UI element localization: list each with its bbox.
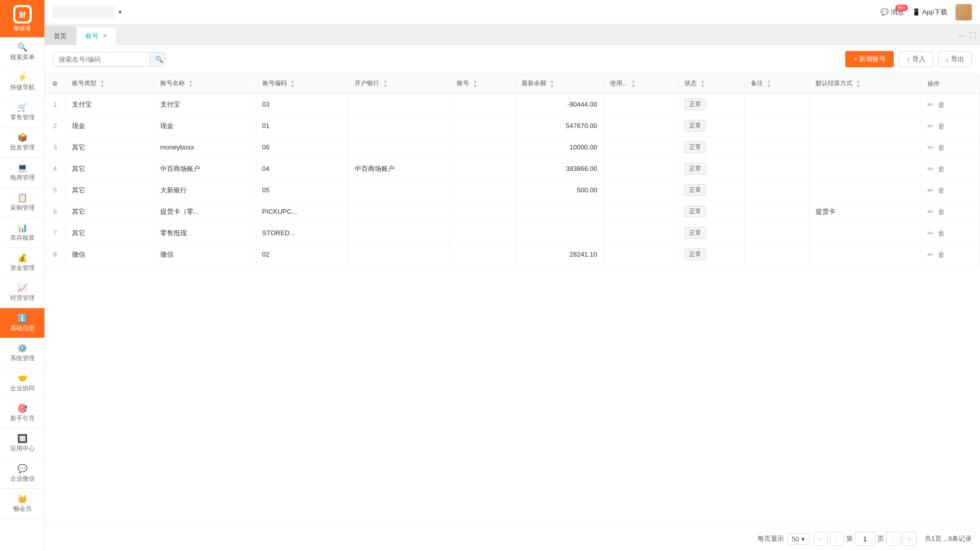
import-button[interactable]: ↑ 导入 bbox=[899, 51, 933, 67]
tab-account-label: 账号 bbox=[85, 32, 99, 41]
sidebar-item-operations[interactable]: 📈 经营管理 bbox=[0, 278, 44, 308]
page-total: 共1页，8条记录 bbox=[925, 534, 972, 543]
row-default-settlement bbox=[809, 158, 921, 180]
sidebar-item-finance[interactable]: 💰 资金管理 bbox=[0, 248, 44, 278]
page-size-label: 每页显示 bbox=[757, 534, 784, 543]
row-name: 中百商场账户 bbox=[154, 158, 256, 180]
sidebar-item-label: 基础信息 bbox=[10, 324, 35, 333]
edit-icon[interactable]: ✏ bbox=[927, 143, 934, 152]
search-button[interactable]: 🔍 bbox=[150, 53, 165, 66]
col-note[interactable]: 备注 ▲▼ bbox=[745, 74, 810, 94]
delete-icon[interactable]: 🗑 bbox=[938, 208, 945, 216]
sidebar-item-ecommerce[interactable]: 💻 电商管理 bbox=[0, 158, 44, 188]
sidebar-item-search[interactable]: 🔍 搜索菜单 bbox=[0, 37, 44, 67]
col-type[interactable]: 账号类型 ▲▼ bbox=[65, 74, 154, 94]
sidebar-item-collaboration[interactable]: 🤝 企业协同 bbox=[0, 368, 44, 398]
row-type: 其它 bbox=[65, 222, 154, 244]
sidebar-item-label: 搜索菜单 bbox=[10, 53, 35, 62]
search-input[interactable] bbox=[54, 53, 150, 66]
row-bank bbox=[349, 115, 451, 137]
row-note bbox=[745, 222, 810, 244]
row-name: moneybosx bbox=[154, 137, 256, 158]
col-settings[interactable]: ⚙ bbox=[45, 74, 65, 94]
status-badge: 正常 bbox=[684, 206, 706, 217]
row-bank: 中百商场账户 bbox=[349, 158, 451, 180]
row-account bbox=[451, 158, 516, 180]
avatar[interactable] bbox=[955, 4, 972, 20]
export-button[interactable]: ↓ 导出 bbox=[938, 51, 972, 67]
header-right: 💬 消息 99+ 📱 App下载 bbox=[880, 4, 972, 20]
add-account-button[interactable]: + 新增账号 bbox=[845, 51, 894, 67]
page-size-dropdown[interactable]: 50 ▾ bbox=[787, 533, 809, 545]
col-code[interactable]: 账号编码 ▲▼ bbox=[256, 74, 349, 94]
last-page-btn[interactable]: » bbox=[902, 532, 917, 546]
header-search-input[interactable] bbox=[53, 6, 114, 18]
tab-home-label: 首页 bbox=[54, 32, 67, 41]
sidebar-item-retail[interactable]: 🛒 零售管理 bbox=[0, 97, 44, 128]
col-account[interactable]: 账号 ▲▼ bbox=[451, 74, 516, 94]
tab-home[interactable]: 首页 bbox=[45, 27, 76, 45]
edit-icon[interactable]: ✏ bbox=[927, 229, 934, 237]
delete-icon[interactable]: 🗑 bbox=[938, 251, 945, 259]
edit-icon[interactable]: ✏ bbox=[927, 251, 934, 259]
delete-icon[interactable]: 🗑 bbox=[938, 143, 945, 152]
next-page-btn[interactable]: › bbox=[886, 532, 900, 546]
status-badge: 正常 bbox=[684, 184, 706, 196]
tab-expand-icon[interactable]: ⛶ bbox=[969, 32, 976, 39]
delete-icon[interactable]: 🗑 bbox=[938, 229, 945, 237]
sidebar-item-inventory[interactable]: 📊 库存核算 bbox=[0, 218, 44, 248]
col-usage[interactable]: 使用... ▲▼ bbox=[603, 74, 678, 94]
sidebar-item-shortcuts[interactable]: ⚡ 快捷导航 bbox=[0, 67, 44, 97]
col-default-settlement[interactable]: 默认结算方式 ▲▼ bbox=[809, 74, 921, 94]
tab-minimize-icon[interactable]: — bbox=[959, 32, 965, 39]
page-input-area: 第 页 bbox=[846, 532, 884, 546]
col-balance[interactable]: 最新余额 ▲▼ bbox=[515, 74, 603, 94]
app-download-btn[interactable]: 📱 App下载 bbox=[912, 8, 947, 17]
prev-page-btn[interactable]: ‹ bbox=[830, 532, 844, 546]
page-number-input[interactable] bbox=[855, 532, 875, 546]
sidebar-item-system[interactable]: ⚙️ 系统管理 bbox=[0, 338, 44, 368]
col-name[interactable]: 账号名称 ▲▼ bbox=[154, 74, 256, 94]
delete-icon[interactable]: 🗑 bbox=[938, 186, 945, 194]
tab-close-icon[interactable]: ✕ bbox=[102, 33, 108, 39]
row-usage bbox=[603, 222, 678, 244]
sidebar-item-purchase[interactable]: 📋 采购管理 bbox=[0, 188, 44, 218]
sidebar-item-label: 批发管理 bbox=[10, 143, 35, 152]
row-actions: ✏ 🗑 bbox=[921, 244, 980, 265]
row-actions: ✏ 🗑 bbox=[921, 180, 980, 201]
col-status[interactable]: 状态 ▲▼ bbox=[678, 74, 745, 94]
edit-icon[interactable]: ✏ bbox=[927, 165, 934, 173]
col-bank[interactable]: 开户银行 ▲▼ bbox=[349, 74, 451, 94]
sidebar-item-label: 系统管理 bbox=[10, 354, 35, 363]
tab-account[interactable]: 账号 ✕ bbox=[77, 27, 117, 45]
retail-icon: 🛒 bbox=[17, 103, 28, 112]
edit-icon[interactable]: ✏ bbox=[927, 186, 934, 194]
row-account bbox=[451, 201, 516, 222]
first-page-btn[interactable]: « bbox=[814, 532, 828, 546]
sidebar-item-wholesale[interactable]: 📦 批发管理 bbox=[0, 128, 44, 158]
delete-icon[interactable]: 🗑 bbox=[938, 165, 945, 173]
edit-icon[interactable]: ✏ bbox=[927, 208, 934, 216]
row-code: 06 bbox=[256, 137, 349, 158]
delete-icon[interactable]: 🗑 bbox=[938, 101, 945, 109]
table-container: ⚙ 账号类型 ▲▼ 账号名称 ▲▼ 账号编码 ▲▼ bbox=[45, 74, 980, 526]
wecom-icon: 💬 bbox=[17, 464, 28, 473]
row-balance: 10000.00 bbox=[515, 137, 603, 158]
sidebar-item-label: 应用中心 bbox=[10, 444, 35, 453]
wholesale-icon: 📦 bbox=[17, 133, 28, 142]
row-usage bbox=[603, 115, 678, 137]
last-page-icon: » bbox=[908, 535, 911, 542]
sidebar-item-guide[interactable]: 🎯 新手引导 bbox=[0, 398, 44, 429]
sidebar-item-member[interactable]: 👑 畅会员 bbox=[0, 489, 44, 519]
sidebar-item-wecom[interactable]: 💬 企业微信 bbox=[0, 459, 44, 489]
header-dropdown[interactable]: ▾ bbox=[118, 8, 122, 16]
message-btn[interactable]: 💬 消息 99+ bbox=[880, 8, 904, 17]
sidebar-item-basic-info[interactable]: ℹ️ 基础信息 bbox=[0, 308, 44, 338]
delete-icon[interactable]: 🗑 bbox=[938, 122, 945, 130]
edit-icon[interactable]: ✏ bbox=[927, 122, 934, 130]
row-balance bbox=[515, 222, 603, 244]
svg-text:财: 财 bbox=[18, 11, 27, 19]
sidebar-item-app-center[interactable]: 🔲 应用中心 bbox=[0, 429, 44, 459]
row-note bbox=[745, 137, 810, 158]
edit-icon[interactable]: ✏ bbox=[927, 101, 934, 109]
